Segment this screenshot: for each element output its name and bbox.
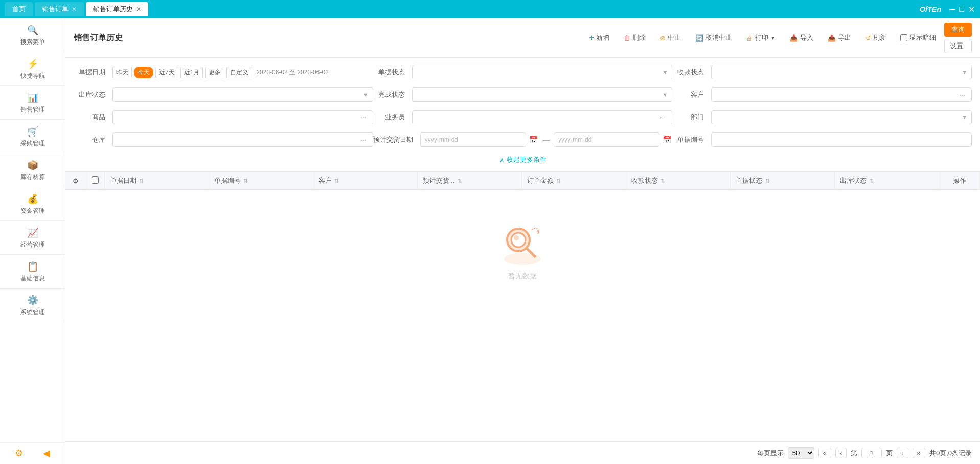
sidebar-item-search-menu-label: 搜索菜单 xyxy=(20,38,45,47)
sidebar-item-basic-info[interactable]: 📋 基础信息 xyxy=(0,255,65,289)
th-bill-no[interactable]: 单据编号 ⇅ xyxy=(209,172,313,190)
th-receipt-status[interactable]: 收款状态 ⇅ xyxy=(626,172,730,190)
close-window-icon[interactable]: ✕ xyxy=(968,5,975,14)
sort-bill-status-icon[interactable]: ⇅ xyxy=(765,178,770,184)
date-btn-1month[interactable]: 近1月 xyxy=(180,67,203,78)
sort-receipt-status-icon[interactable]: ⇅ xyxy=(660,178,665,184)
sidebar-item-purchase-mgmt[interactable]: 🛒 采购管理 xyxy=(0,120,65,153)
th-ops: 操作 xyxy=(939,172,980,190)
sort-expected-date-icon[interactable]: ⇅ xyxy=(458,178,462,184)
next-page-button[interactable]: › xyxy=(897,448,908,458)
tab-sales-order-history-label: 销售订单历史 xyxy=(93,5,133,14)
page-input[interactable] xyxy=(861,448,882,458)
delete-button[interactable]: 🗑 删除 xyxy=(619,31,651,45)
sidebar-item-operations[interactable]: 📈 经营管理 xyxy=(0,221,65,255)
salesperson-select[interactable]: ··· xyxy=(412,110,673,124)
expected-date-input-end[interactable]: yyyy-mm-dd xyxy=(554,132,659,147)
calendar-icon-start[interactable]: 📅 xyxy=(528,136,539,144)
th-bill-date[interactable]: 单据日期 ⇅ xyxy=(104,172,209,190)
date-range-display: 2023-06-02 至 2023-06-02 xyxy=(256,68,328,77)
sort-bill-date-icon[interactable]: ⇅ xyxy=(139,178,144,184)
main-layout: 🔍 搜索菜单 ⚡ 快捷导航 📊 销售管理 🛒 采购管理 📦 库存核算 💰 资金管… xyxy=(0,18,980,464)
dept-select[interactable]: ▼ xyxy=(711,110,972,124)
settings-icon[interactable]: ⚙ xyxy=(73,177,79,185)
page-size-select[interactable]: 102050100 xyxy=(788,447,814,459)
th-bill-status[interactable]: 单据状态 ⇅ xyxy=(730,172,834,190)
sort-outbound-status-icon[interactable]: ⇅ xyxy=(870,178,874,184)
sort-order-amount-icon[interactable]: ⇅ xyxy=(556,178,561,184)
date-btn-custom[interactable]: 自定义 xyxy=(226,67,252,78)
sort-bill-no-icon[interactable]: ⇅ xyxy=(243,178,248,184)
customer-dots[interactable]: ··· xyxy=(957,91,967,99)
th-settings[interactable]: ⚙ xyxy=(65,172,86,190)
export-button[interactable]: 📤 导出 xyxy=(823,31,856,45)
completion-status-select[interactable]: ▼ xyxy=(412,87,673,102)
th-customer[interactable]: 客户 ⇅ xyxy=(313,172,417,190)
sidebar-item-sales-mgmt-label: 销售管理 xyxy=(20,105,45,114)
date-btn-7days[interactable]: 近7天 xyxy=(155,67,178,78)
sidebar-item-quick-nav[interactable]: ⚡ 快捷导航 xyxy=(0,52,65,86)
date-btn-today[interactable]: 今天 xyxy=(134,67,153,78)
svg-point-2 xyxy=(511,233,526,247)
settings-bottom-icon[interactable]: ⚙ xyxy=(15,448,23,459)
collapse-sidebar-icon[interactable]: ◀ xyxy=(43,448,50,459)
sort-customer-icon[interactable]: ⇅ xyxy=(334,178,339,184)
import-button[interactable]: 📥 导入 xyxy=(785,31,818,45)
date-btn-more[interactable]: 更多 xyxy=(205,67,224,78)
svg-point-4 xyxy=(514,235,519,240)
warehouse-select[interactable]: ··· xyxy=(112,132,373,147)
goods-select[interactable]: ··· xyxy=(112,110,373,124)
prev-page-button[interactable]: ‹ xyxy=(835,448,847,458)
outbound-status-select[interactable]: ▼ xyxy=(112,87,373,102)
filter-salesperson: 业务员 ··· xyxy=(373,108,673,126)
filter-customer: 客户 ··· xyxy=(672,85,972,104)
settings-button[interactable]: 设置 xyxy=(944,39,972,53)
display-cols-label[interactable]: 显示暗细 xyxy=(900,33,936,42)
minimize-icon[interactable]: ─ xyxy=(949,5,955,14)
receipt-status-select[interactable]: ▼ xyxy=(711,65,972,79)
sidebar-item-purchase-mgmt-label: 采购管理 xyxy=(20,139,45,148)
sidebar-bottom: ⚙ ◀ xyxy=(0,442,65,464)
sidebar-item-inventory[interactable]: 📦 库存核算 xyxy=(0,153,65,187)
maximize-icon[interactable]: □ xyxy=(959,5,964,14)
goods-dots[interactable]: ··· xyxy=(358,113,369,121)
tab-sales-order[interactable]: 销售订单 ✕ xyxy=(35,2,84,16)
th-outbound-status[interactable]: 出库状态 ⇅ xyxy=(834,172,939,190)
select-all-checkbox[interactable] xyxy=(92,176,99,184)
filter-expected-date: 预计交货日期 yyyy-mm-dd 📅 — yyyy-mm-dd 📅 xyxy=(373,130,673,149)
th-order-amount[interactable]: 订单金额 ⇅ xyxy=(521,172,626,190)
stop-button[interactable]: ⊘ 中止 xyxy=(655,31,686,45)
bill-status-select[interactable]: ▼ xyxy=(412,65,673,79)
bill-no-input[interactable] xyxy=(711,132,972,147)
salesperson-dots[interactable]: ··· xyxy=(658,113,668,121)
date-dash: — xyxy=(541,136,552,144)
tab-sales-order-history[interactable]: 销售订单历史 ✕ xyxy=(86,2,148,16)
th-expected-date[interactable]: 预计交货... ⇅ xyxy=(417,172,521,190)
filter-area: 单据日期 昨天 今天 近7天 近1月 更多 自定义 2023-06-02 至 2… xyxy=(65,58,980,172)
date-btn-yesterday[interactable]: 昨天 xyxy=(112,67,132,78)
finance-icon: 💰 xyxy=(27,193,38,205)
sidebar-item-search-menu[interactable]: 🔍 搜索菜单 xyxy=(0,18,65,52)
calendar-icon-end[interactable]: 📅 xyxy=(662,136,672,144)
customer-select[interactable]: ··· xyxy=(711,87,972,102)
sidebar-item-finance[interactable]: 💰 资金管理 xyxy=(0,187,65,221)
warehouse-label: 仓库 xyxy=(74,135,109,144)
th-check[interactable] xyxy=(86,172,104,190)
expected-date-input-start[interactable]: yyyy-mm-dd xyxy=(420,132,526,147)
cancel-stop-button[interactable]: 🔄 取消中止 xyxy=(690,31,737,45)
sidebar-item-sales-mgmt[interactable]: 📊 销售管理 xyxy=(0,86,65,120)
print-button[interactable]: 🖨 打印 ▼ xyxy=(741,31,781,45)
last-page-button[interactable]: » xyxy=(913,448,925,458)
refresh-button[interactable]: ↺ 刷新 xyxy=(860,31,892,45)
tab-home[interactable]: 首页 xyxy=(5,2,33,16)
query-button[interactable]: 查询 xyxy=(944,23,972,37)
tab-sales-order-history-close[interactable]: ✕ xyxy=(136,6,141,13)
sidebar-item-system-mgmt[interactable]: ⚙️ 系统管理 xyxy=(0,289,65,322)
first-page-button[interactable]: « xyxy=(818,448,831,458)
add-button[interactable]: + 新增 xyxy=(584,31,614,45)
warehouse-dots[interactable]: ··· xyxy=(358,136,369,144)
filter-collapse[interactable]: ∧ 收起更多条件 xyxy=(74,153,972,166)
tab-sales-order-close[interactable]: ✕ xyxy=(72,6,77,13)
filter-warehouse: 仓库 ··· xyxy=(74,130,373,149)
display-cols-checkbox[interactable] xyxy=(900,34,907,41)
